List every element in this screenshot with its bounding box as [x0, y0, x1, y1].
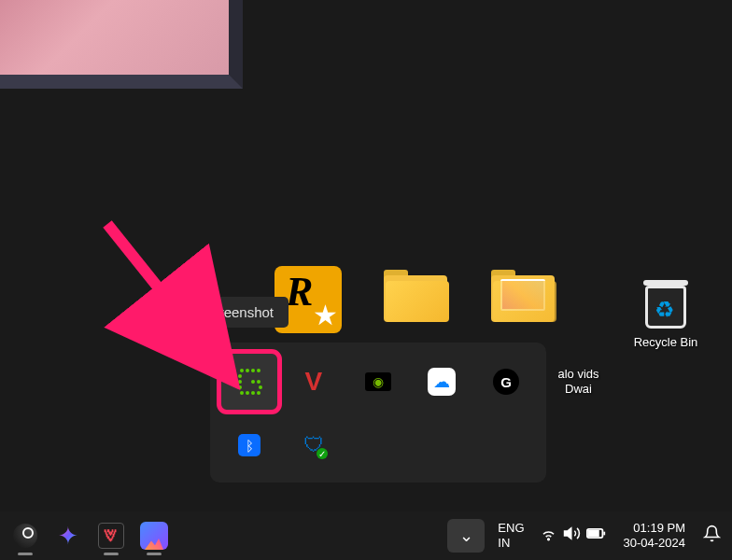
- greenshot-icon: [232, 365, 266, 399]
- desktop-icon-label: alo vids Dwai: [543, 367, 613, 396]
- tray-vivaldi[interactable]: V: [286, 354, 342, 410]
- taskbar-steam[interactable]: [4, 514, 47, 557]
- bell-icon: [703, 525, 721, 547]
- volume-icon: [561, 523, 583, 549]
- lang-secondary: IN: [498, 536, 524, 551]
- copilot-icon: ✦: [58, 522, 78, 551]
- svg-marker-3: [564, 528, 570, 539]
- bluetooth-icon: ᛒ: [238, 434, 260, 456]
- tray-defender[interactable]: 🛡: [286, 417, 342, 473]
- recycle-bin-icon: ♻: [632, 266, 699, 333]
- lang-primary: ENG: [498, 521, 524, 536]
- folder-icon: [382, 266, 449, 333]
- taskbar: ✦ ⩔ ⌄ ENG IN 01:19 PM 30-04-2024: [0, 511, 732, 560]
- recycle-bin[interactable]: ♻ Recycle Bin: [624, 266, 708, 350]
- taskbar-photos[interactable]: [133, 514, 176, 557]
- desktop-folder[interactable]: [373, 266, 458, 335]
- tray-onedrive[interactable]: ☁: [414, 354, 470, 410]
- vivaldi-icon: V: [304, 367, 322, 397]
- battery-icon: [584, 523, 609, 549]
- valorant-icon: ⩔: [98, 523, 124, 549]
- system-icons-group[interactable]: [532, 523, 614, 549]
- nvidia-icon: ◉: [365, 372, 391, 391]
- tray-greenshot[interactable]: [221, 354, 277, 410]
- tray-expand-button[interactable]: ⌄: [447, 519, 485, 553]
- notifications-button[interactable]: [695, 525, 728, 547]
- logitech-icon: G: [493, 369, 519, 395]
- taskbar-copilot[interactable]: ✦: [47, 514, 90, 557]
- taskbar-valorant[interactable]: ⩔: [90, 514, 133, 557]
- desktop-icon-label: Recycle Bin: [624, 335, 708, 350]
- svg-rect-5: [588, 531, 598, 537]
- tray-bluetooth[interactable]: ᛒ: [221, 417, 277, 473]
- svg-line-1: [107, 224, 219, 364]
- clock-date: 30-04-2024: [624, 536, 686, 551]
- tray-logitech[interactable]: G: [478, 354, 534, 410]
- desktop-folder-alo-vids[interactable]: alo vids Dwai: [543, 266, 613, 396]
- wifi-icon: [538, 523, 559, 549]
- chevron-down-icon: ⌄: [459, 525, 473, 546]
- wallpaper-partial-window: [0, 0, 243, 89]
- clock-time: 01:19 PM: [624, 521, 686, 536]
- tooltip-greenshot: Greenshot: [193, 297, 289, 328]
- defender-icon: 🛡: [303, 433, 324, 457]
- svg-point-2: [547, 539, 549, 540]
- system-tray-overflow: V ◉ ☁ G ᛒ 🛡: [210, 343, 546, 483]
- photos-icon: [140, 522, 168, 550]
- steam-icon: [13, 524, 37, 548]
- tray-nvidia[interactable]: ◉: [350, 354, 406, 410]
- language-indicator[interactable]: ENG IN: [490, 521, 531, 550]
- taskbar-clock[interactable]: 01:19 PM 30-04-2024: [614, 521, 696, 552]
- onedrive-icon: ☁: [428, 368, 456, 396]
